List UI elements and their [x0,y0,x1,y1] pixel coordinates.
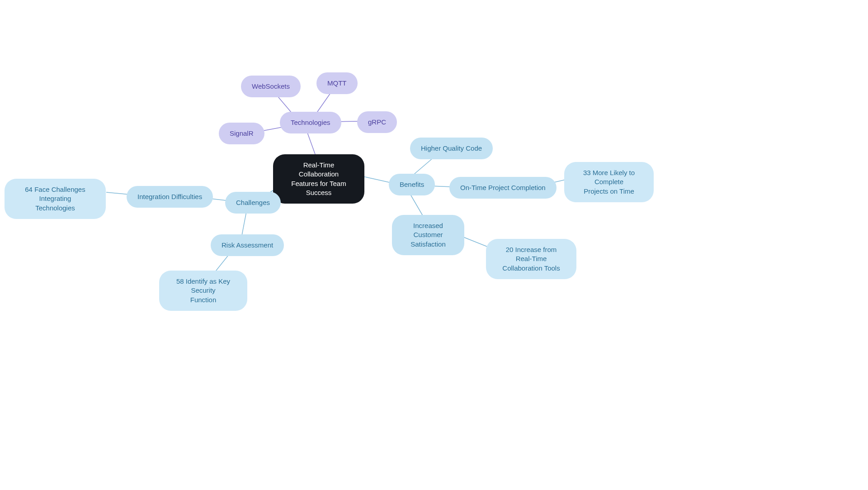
integration-node: Integration Difficulties [127,186,213,208]
edge-challenges-risk [242,212,246,235]
quality-node: Higher Quality Code [410,138,493,159]
signalr-label: SignalR [230,129,254,138]
challenges-label: Challenges [236,198,270,207]
integration-stat-label: 64 Face Challenges IntegratingTechnologi… [15,185,95,213]
signalr-node: SignalR [219,123,264,144]
center-node: Real-Time CollaborationFeatures for Team… [273,154,364,204]
risk-stat-label: 58 Identify as Key SecurityFunction [170,277,236,304]
ontime-node: On-Time Project Completion [449,177,557,199]
challenges-node: Challenges [225,192,281,214]
grpc-label: gRPC [368,118,386,127]
websockets-node: WebSockets [241,76,301,97]
ontime-stat-label: 33 More Likely to CompleteProjects on Ti… [575,168,643,196]
technologies-label: Technologies [291,118,330,127]
quality-label: Higher Quality Code [421,144,482,153]
mqtt-label: MQTT [327,79,347,88]
mqtt-node: MQTT [316,72,358,94]
benefits-node: Benefits [389,174,435,195]
satisfaction-stat-label: 20 Increase from Real-TimeCollaboration … [497,245,566,273]
benefits-label: Benefits [400,180,424,189]
satisfaction-node: Increased CustomerSatisfaction [392,215,464,255]
ontime-stat-node: 33 More Likely to CompleteProjects on Ti… [564,162,654,202]
risk-label: Risk Assessment [222,241,273,250]
integration-stat-node: 64 Face Challenges IntegratingTechnologi… [5,179,106,219]
satisfaction-label: Increased CustomerSatisfaction [403,221,453,249]
technologies-node: Technologies [280,112,341,133]
integration-label: Integration Difficulties [137,192,202,201]
satisfaction-stat-node: 20 Increase from Real-TimeCollaboration … [486,239,576,279]
grpc-node: gRPC [357,111,397,133]
center-label: Real-Time CollaborationFeatures for Team… [284,161,354,197]
websockets-label: WebSockets [252,82,290,91]
risk-stat-node: 58 Identify as Key SecurityFunction [159,271,247,311]
risk-node: Risk Assessment [211,234,284,256]
ontime-label: On-Time Project Completion [460,183,546,192]
